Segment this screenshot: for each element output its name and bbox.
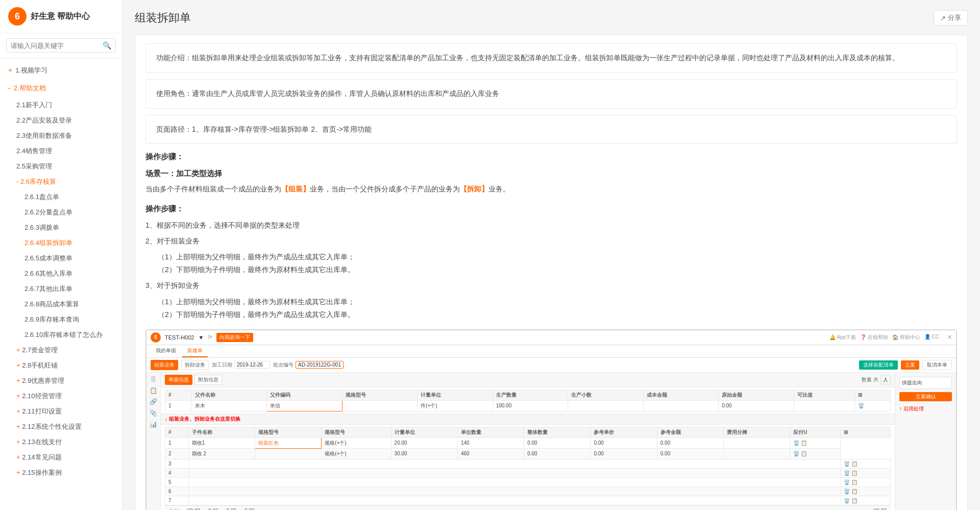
logo-icon: 6 [8, 7, 27, 26]
sidebar-item-2-1[interactable]: 2.1新手入门 [0, 98, 122, 113]
share-button[interactable]: ↗ 分享 [934, 10, 968, 26]
mock-right-confirm-button[interactable]: 立案确认 [899, 392, 952, 401]
sidebar-item-2-3[interactable]: 2.3使用前数据准备 [0, 128, 122, 143]
step3-1-text: （1）上部明细为父件明细，最终作为原材料生成其它出库单； [158, 296, 957, 308]
sidebar: 6 好生意 帮助中心 🔍 + 1.视频学习 - 2.帮助文档 2.1新手入门 2… [0, 0, 122, 510]
mock-badge: 向我咨询一下 [216, 333, 253, 342]
expand-icon-2: - [8, 84, 11, 94]
logo-area: 6 好生意 帮助中心 [0, 0, 122, 33]
mock-select-bom-button[interactable]: 选择装配清单 [859, 360, 898, 370]
sidebar-item-2-6-2[interactable]: 2.6.2分量盘点单 [0, 205, 122, 220]
mock-tab-new[interactable]: 新建单 [182, 345, 208, 357]
mock-bottom-table-head: # 子件名称 规格型号 规格型号 计量单位 单位数量 整体数量 参考单价 参考金 [165, 427, 891, 438]
step2-2-text: （2）下部明细为子件明细，最终作为原材料生成其它出库单。 [158, 263, 957, 276]
path-text: 页面路径：1、库存核算->库存管理->组装拆卸单 2、首页->常用功能 [156, 124, 946, 136]
table-row: 3🗑️ 📋 [165, 459, 891, 468]
left-icon-4: 📎 [150, 409, 157, 417]
step2-1-text: （1）上部明细为父件明细，最终作为产成品生成其它入库单； [158, 251, 957, 263]
left-icon-2: 📋 [150, 387, 157, 394]
mock-app: 6 TEST-H002 ▼ ⟳ 向我咨询一下 🔔 App下载 ❓ 在线帮助 🏠 … [146, 330, 957, 510]
mock-subtab-info[interactable]: 单据信息 [165, 375, 192, 385]
page-header: 组装拆卸单 ↗ 分享 [135, 10, 968, 26]
footer-value-1: ¥0.00 [187, 508, 200, 510]
sidebar-item-2-13[interactable]: + 2.13在线支付 [0, 434, 122, 450]
left-icon-1: ☰ [151, 376, 156, 383]
sidebar-item-2-14[interactable]: + 2.14常见问题 [0, 450, 122, 465]
expand-icon-1: + [8, 65, 12, 76]
sidebar-item-2-12[interactable]: + 2.12系统个性化设置 [0, 419, 122, 434]
search-icon[interactable]: 🔍 [103, 41, 111, 50]
sidebar-item-2-2[interactable]: 2.2产品安装及登录 [0, 113, 122, 128]
search-input[interactable] [11, 42, 103, 50]
intro-text-2: 使用角色：通常由生产人员或库管人员完成拆装业务的操作，库管人员确认原材料的出库和… [156, 88, 946, 100]
intro-card-3: 页面路径：1、库存核算->库存管理->组装拆卸单 2、首页->常用功能 [145, 115, 957, 144]
sidebar-item-2-6-1[interactable]: 2.6.1盘点单 [0, 189, 122, 205]
footer-value-4: 0.00 [244, 508, 254, 510]
sidebar-item-2-6-10[interactable]: 2.6.10库存账本错了怎么办 [0, 327, 122, 343]
sidebar-item-2-6-3[interactable]: 2.6.3调拨单 [0, 220, 122, 235]
step1-text: 1、根据不同的业务，选择不同单据的类型来处理 [145, 219, 957, 232]
mock-bottom-table-body: 1 期收1 组装红色 规格(+个) 20.00 140 0.00 0.00 0. [165, 438, 891, 505]
table-row: 4🗑️ 📋 [165, 468, 891, 477]
mock-main-body: 单据信息 附加信息 数量 共 人 [161, 373, 895, 510]
mock-toolbar: 组装业务 拆卸业务 加工日期 2019-12-26 批次编号 AD-201912… [146, 358, 956, 373]
table-row: 1 期收1 组装红色 规格(+个) 20.00 140 0.00 0.00 0. [165, 438, 891, 448]
mock-bottom-table-area: # 子件名称 规格型号 规格型号 计量单位 单位数量 整体数量 参考单价 参考金 [161, 425, 895, 510]
mock-refresh-icon: ⟳ [208, 334, 212, 341]
sidebar-item-2-6-5[interactable]: 2.6.5成本调整单 [0, 251, 122, 266]
sidebar-item-2-4[interactable]: 2.4销售管理 [0, 143, 122, 159]
sidebar-item-2-6-8[interactable]: 2.6.8商品成本重算 [0, 297, 122, 312]
footer-value-5: ¥0.00 [874, 508, 887, 510]
mock-batchno-value: AD-2019122G-001 [296, 361, 344, 369]
search-area: 🔍 [0, 33, 122, 58]
footer-value-2: 0.00 [208, 508, 218, 510]
sidebar-item-2-10[interactable]: + 2.10经营管理 [0, 388, 122, 404]
table-row: 1 米木 米信 件(+个) 100.00 0.00 [165, 400, 891, 411]
mock-logo: 6 [151, 332, 161, 343]
mock-icons: 🔔 App下载 ❓ 在线帮助 🏠 帮助中心 👤 CC [829, 334, 939, 341]
right-field-label: 供提出向 [902, 380, 922, 385]
sidebar-item-2-7[interactable]: + 2.7资金管理 [0, 343, 122, 358]
sidebar-item-2-6-7[interactable]: 2.6.7其他出库单 [0, 281, 122, 297]
scene1-desc: 当由多个子件材料组装成一个成品的业务为【组装】业务，当由一个父件拆分成多个子产品… [145, 183, 957, 196]
mock-topbar: 6 TEST-H002 ▼ ⟳ 向我咨询一下 🔔 App下载 ❓ 在线帮助 🏠 … [146, 330, 956, 345]
form-label-count: 数量 共 [862, 376, 878, 383]
sidebar-item-2[interactable]: - 2.帮助文档 [0, 80, 122, 98]
mock-subtab-extra[interactable]: 附加信息 [194, 375, 222, 385]
table-row: 5🗑️ 📋 [165, 477, 891, 487]
mock-bottom-table: # 子件名称 规格型号 规格型号 计量单位 单位数量 整体数量 参考单价 参考金 [165, 427, 891, 505]
logo-text: 好生意 帮助中心 [31, 11, 90, 22]
sidebar-item-2-6-6[interactable]: 2.6.6其他入库单 [0, 266, 122, 281]
sidebar-item-2-6-4[interactable]: 2.6.4组装拆卸单 [0, 235, 122, 251]
left-icon-3: 🔗 [150, 398, 157, 405]
share-icon: ↗ [940, 14, 946, 22]
mock-type-tab-disassembly[interactable]: 拆卸业务 [181, 360, 209, 370]
mock-company: TEST-H002 [165, 334, 194, 341]
mock-tab-myorders[interactable]: 我的单据 [151, 345, 181, 357]
mock-type-tab-assembly[interactable]: 组装业务 [151, 360, 178, 370]
mock-form-fields: 数量 共 人 [862, 375, 891, 384]
mock-dropdown: ▼ [198, 334, 204, 341]
table-row: 7🗑️ 📋 [165, 496, 891, 505]
sidebar-item-2-5[interactable]: 2.5采购管理 [0, 159, 122, 174]
sidebar-item-2-6-9[interactable]: 2.6.9库存账本查询 [0, 312, 122, 327]
mock-batchno-field: 批次编号 AD-2019122G-001 [273, 361, 344, 369]
mock-annotation-3: ↑ 启用处理 [899, 405, 952, 412]
mock-save-button[interactable]: 立案 [901, 360, 919, 370]
table-row: 6🗑️ 📋 [165, 487, 891, 496]
mock-cancel-button[interactable]: 取消本单 [922, 360, 952, 370]
sidebar-item-2-11[interactable]: + 2.11打印设置 [0, 404, 122, 419]
mock-icon-2: ❓ 在线帮助 [860, 334, 888, 341]
mock-body-wrapper: ☰ 📋 🔗 📎 📊 单据信息 附加信息 数量 共 [146, 373, 956, 510]
sidebar-item-2-15[interactable]: + 2.15操作案例 [0, 465, 122, 480]
form-count-value: 人 [880, 375, 891, 384]
sidebar-item-1[interactable]: + 1.视频学习 [0, 61, 122, 80]
intro-card-1: 功能介绍：组装拆卸单用来处理企业组装或拆卸等加工业务，支持有固定装配清单的产品加… [145, 43, 957, 73]
mock-table-divider: ↓ 组装业务、拆卸业务在这里切换 [161, 414, 895, 425]
sidebar-item-2-8[interactable]: + 2.8手机旺铺 [0, 358, 122, 373]
sidebar-item-2-9[interactable]: + 2.9优惠券管理 [0, 373, 122, 388]
sidebar-item-2-6[interactable]: - 2.6库存核算 [0, 174, 122, 189]
screenshot-container: 6 TEST-H002 ▼ ⟳ 向我咨询一下 🔔 App下载 ❓ 在线帮助 🏠 … [145, 329, 957, 510]
mock-subtabs-row: 单据信息 附加信息 数量 共 人 [161, 373, 895, 387]
step-title: 操作步骤： [145, 204, 957, 214]
